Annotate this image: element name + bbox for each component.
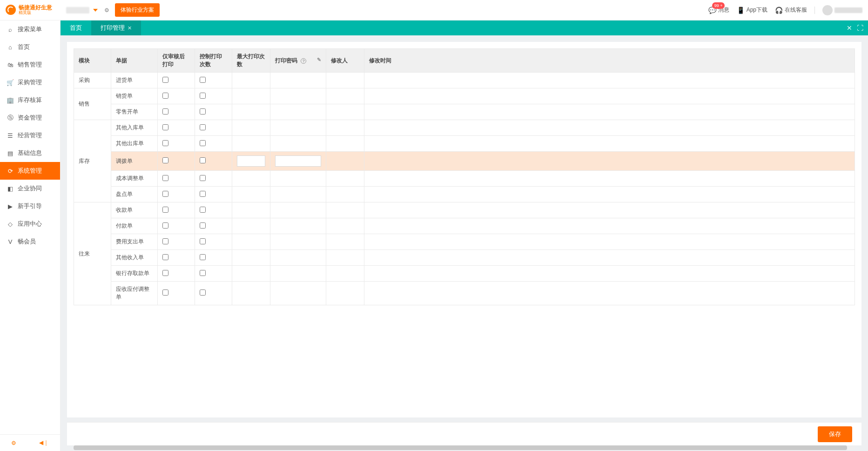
apps-icon: ◇	[7, 221, 14, 228]
tab-print-manage[interactable]: 打印管理 ✕	[91, 20, 141, 35]
table-row: 往来收款单	[74, 202, 855, 218]
control-count-checkbox[interactable]	[200, 77, 206, 83]
cell-password	[270, 187, 326, 202]
app-download-button[interactable]: 📱 App下载	[737, 6, 767, 14]
audited-only-checkbox[interactable]	[162, 175, 168, 181]
sidebar-item-search[interactable]: ⌕搜索菜单	[0, 20, 60, 38]
audited-only-checkbox[interactable]	[162, 289, 168, 296]
cell-password	[270, 218, 326, 234]
audited-only-checkbox[interactable]	[162, 140, 168, 146]
cell-module: 库存	[74, 120, 111, 202]
audited-only-checkbox[interactable]	[162, 108, 168, 114]
tab-home[interactable]: 首页	[61, 20, 91, 35]
control-count-checkbox[interactable]	[200, 254, 206, 260]
control-count-checkbox[interactable]	[200, 191, 206, 197]
support-button[interactable]: 🎧 在线客服	[775, 6, 807, 14]
sidebar-item-biz[interactable]: ☰经营管理	[0, 127, 60, 144]
control-count-checkbox[interactable]	[200, 93, 206, 99]
control-count-checkbox[interactable]	[200, 207, 206, 213]
sidebar: ⌕搜索菜单⌂首页🛍销售管理🛒采购管理🏢库存核算Ⓢ资金管理☰经营管理▤基础信息⟳系…	[0, 20, 61, 451]
cell-max-count	[232, 218, 270, 234]
settings-icon[interactable]: ⚙	[11, 440, 16, 446]
sidebar-item-home[interactable]: ⌂首页	[0, 38, 60, 56]
control-count-checkbox[interactable]	[200, 222, 206, 229]
fund-icon: Ⓢ	[7, 114, 14, 122]
audited-only-checkbox[interactable]	[162, 157, 168, 163]
audited-only-checkbox[interactable]	[162, 222, 168, 229]
workspace: 模块 单据 仅审核后打印 控制打印次数 最大打印次数 打印密码 ? ✎	[61, 35, 868, 451]
cell-doc: 调拨单	[111, 152, 158, 171]
sidebar-item-base[interactable]: ▤基础信息	[0, 144, 60, 162]
audited-only-checkbox[interactable]	[162, 93, 168, 99]
edit-icon[interactable]: ✎	[317, 57, 321, 63]
sidebar-item-member[interactable]: V畅会员	[0, 233, 60, 250]
sidebar-item-purchase[interactable]: 🛒采购管理	[0, 74, 60, 91]
cell-modifier	[326, 187, 364, 202]
control-count-checkbox[interactable]	[200, 157, 206, 163]
cell-password	[270, 282, 326, 305]
tabbar: 首页 打印管理 ✕ ✕ ⛶	[61, 20, 868, 35]
control-count-checkbox[interactable]	[200, 140, 206, 146]
sidebar-item-label: 企业协同	[18, 184, 42, 193]
cell-doc: 应收应付调整单	[111, 282, 158, 305]
sidebar-item-system[interactable]: ⟳系统管理	[0, 162, 60, 180]
audited-only-checkbox[interactable]	[162, 207, 168, 213]
horizontal-scrollbar[interactable]	[74, 445, 855, 450]
cell-max-count	[232, 136, 270, 152]
sidebar-item-stock[interactable]: 🏢库存核算	[0, 91, 60, 109]
brand-logo: 畅捷通好生意 精英版	[6, 5, 61, 15]
control-count-checkbox[interactable]	[200, 175, 206, 181]
max-count-input[interactable]	[237, 155, 265, 167]
sidebar-item-apps[interactable]: ◇应用中心	[0, 215, 60, 233]
cell-modified-at	[364, 136, 855, 152]
password-input[interactable]	[275, 155, 321, 167]
user-menu[interactable]	[822, 5, 862, 15]
cell-max-count	[232, 104, 270, 120]
control-count-checkbox[interactable]	[200, 108, 206, 114]
audited-only-checkbox[interactable]	[162, 191, 168, 197]
th-doc: 单据	[111, 49, 158, 73]
cell-max-count	[232, 152, 270, 171]
cell-doc: 其他出库单	[111, 136, 158, 152]
fullscreen-icon[interactable]: ⛶	[857, 24, 863, 32]
cell-audited-only	[158, 104, 195, 120]
cell-control-count	[195, 266, 232, 282]
sidebar-item-sales[interactable]: 🛍销售管理	[0, 56, 60, 74]
close-icon[interactable]: ✕	[128, 25, 132, 31]
audited-only-checkbox[interactable]	[162, 77, 168, 83]
cell-modifier	[326, 88, 364, 104]
sidebar-item-label: 资金管理	[18, 114, 42, 122]
audited-only-checkbox[interactable]	[162, 270, 168, 276]
cell-modified-at	[364, 250, 855, 266]
audited-only-checkbox[interactable]	[162, 254, 168, 260]
control-count-checkbox[interactable]	[200, 124, 206, 130]
sidebar-item-fund[interactable]: Ⓢ资金管理	[0, 109, 60, 127]
help-icon[interactable]: ?	[301, 58, 306, 64]
cell-modified-at	[364, 171, 855, 187]
cell-modifier	[326, 266, 364, 282]
guide-icon: ▶	[7, 203, 14, 210]
close-all-icon[interactable]: ✕	[847, 24, 852, 32]
sidebar-item-guide[interactable]: ▶新手引导	[0, 197, 60, 215]
gear-icon[interactable]: ⚙	[104, 7, 109, 13]
audited-only-checkbox[interactable]	[162, 238, 168, 244]
table-row: 付款单	[74, 218, 855, 234]
audited-only-checkbox[interactable]	[162, 124, 168, 130]
cell-control-count	[195, 152, 232, 171]
sidebar-item-coop[interactable]: ◧企业协同	[0, 180, 60, 197]
save-button[interactable]: 保存	[818, 426, 852, 442]
cell-module: 往来	[74, 202, 111, 305]
cell-module: 采购	[74, 73, 111, 88]
industry-cta-button[interactable]: 体验行业方案	[115, 3, 160, 17]
print-settings-table: 模块 单据 仅审核后打印 控制打印次数 最大打印次数 打印密码 ? ✎	[74, 48, 855, 305]
control-count-checkbox[interactable]	[200, 289, 206, 296]
topbar: 畅捷通好生意 精英版 ⚙ 体验行业方案 💬 99 + 消息 📱 App下载 🎧 …	[0, 0, 868, 20]
tab-home-label: 首页	[70, 24, 82, 32]
messages-button[interactable]: 💬 99 + 消息	[708, 6, 729, 14]
control-count-checkbox[interactable]	[200, 270, 206, 276]
control-count-checkbox[interactable]	[200, 238, 206, 244]
collapse-icon[interactable]: ◀｜	[39, 439, 49, 447]
org-selector[interactable]	[66, 7, 98, 13]
cell-doc: 其他入库单	[111, 120, 158, 136]
base-icon: ▤	[7, 150, 14, 157]
